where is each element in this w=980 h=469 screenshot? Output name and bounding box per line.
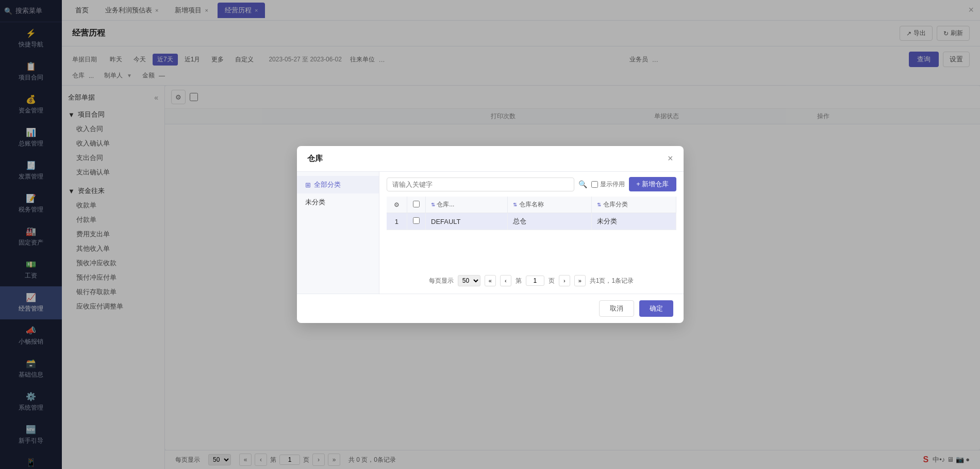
modal-page-input[interactable] — [526, 276, 544, 286]
modal-prev-page[interactable]: ‹ — [500, 275, 511, 286]
row-checkbox-input[interactable] — [413, 217, 420, 224]
modal-category-scroll: ⊞ 全部分类 未分类 — [297, 176, 379, 289]
cancel-button[interactable]: 取消 — [599, 300, 634, 317]
sort-icon-category: ⇅ — [597, 202, 601, 207]
col-warehouse-name[interactable]: ⇅ 仓库名称 — [508, 197, 592, 213]
modal-search-icon[interactable]: 🔍 — [578, 180, 587, 188]
modal-first-page[interactable]: « — [485, 275, 496, 286]
modal-category-unclassified[interactable]: 未分类 — [297, 193, 379, 211]
modal-category-all[interactable]: ⊞ 全部分类 — [297, 176, 379, 193]
modal-last-page[interactable]: » — [574, 275, 586, 286]
table-header-checkbox[interactable] — [413, 201, 420, 207]
modal-table-wrap: ⚙ ⇅ 仓库... ⇅ — [387, 197, 676, 271]
row-name: 总仓 — [508, 213, 592, 230]
modal-show-disabled-label[interactable]: 显示停用 — [591, 180, 625, 189]
modal-category-all-label: 全部分类 — [314, 180, 341, 189]
modal-page-label-2: 页 — [549, 277, 555, 285]
modal-body: ⊞ 全部分类 未分类 🔍 显示停用 — [297, 172, 684, 294]
modal-page-size-select[interactable]: 50 — [458, 275, 480, 286]
show-disabled-text: 显示停用 — [600, 180, 625, 189]
confirm-button[interactable]: 确定 — [639, 300, 673, 317]
modal-table-header-row: ⚙ ⇅ 仓库... ⇅ — [387, 197, 676, 213]
modal-title: 仓库 — [307, 154, 323, 164]
modal-search-bar: 🔍 显示停用 + 新增仓库 — [387, 177, 676, 191]
modal-left-panel: ⊞ 全部分类 未分类 — [297, 172, 379, 294]
modal-total-label: 共1页，1条记录 — [590, 277, 634, 285]
modal-search-input[interactable] — [387, 177, 575, 191]
table-row[interactable]: 1 DEFAULT 总仓 未分类 — [387, 213, 676, 230]
sort-icon-name: ⇅ — [513, 202, 517, 207]
col-warehouse-category[interactable]: ⇅ 仓库分类 — [592, 197, 676, 213]
show-disabled-checkbox[interactable] — [591, 181, 598, 188]
modal-page-label: 第 — [516, 277, 522, 285]
col-warehouse-code[interactable]: ⇅ 仓库... — [426, 197, 508, 213]
modal-unclassified-label: 未分类 — [305, 198, 325, 207]
grid-icon: ⊞ — [305, 181, 311, 189]
modal-page-size-label: 每页显示 — [429, 277, 454, 285]
sort-icon-code: ⇅ — [431, 202, 435, 207]
row-checkbox — [407, 213, 426, 230]
row-category: 未分类 — [592, 213, 676, 230]
modal-close-button[interactable]: × — [668, 153, 673, 164]
settings-header-icon[interactable]: ⚙ — [394, 201, 400, 208]
modal-table: ⚙ ⇅ 仓库... ⇅ — [387, 197, 676, 230]
row-settings: 1 — [387, 213, 407, 230]
modal-pagination: 每页显示 50 « ‹ 第 页 › » 共1页，1条记录 — [387, 271, 676, 288]
modal-overlay: 仓库 × ⊞ 全部分类 未分类 — [0, 0, 980, 469]
modal-header: 仓库 × — [297, 146, 684, 172]
col-settings: ⚙ — [387, 197, 407, 213]
modal-next-page[interactable]: › — [559, 275, 570, 286]
col-checkbox — [407, 197, 426, 213]
modal-footer: 取消 确定 — [297, 294, 684, 323]
modal-add-btn[interactable]: + 新增仓库 — [629, 177, 676, 191]
warehouse-modal: 仓库 × ⊞ 全部分类 未分类 — [297, 146, 684, 323]
modal-right-panel: 🔍 显示停用 + 新增仓库 ⚙ — [379, 172, 684, 294]
row-code: DEFAULT — [426, 213, 508, 230]
